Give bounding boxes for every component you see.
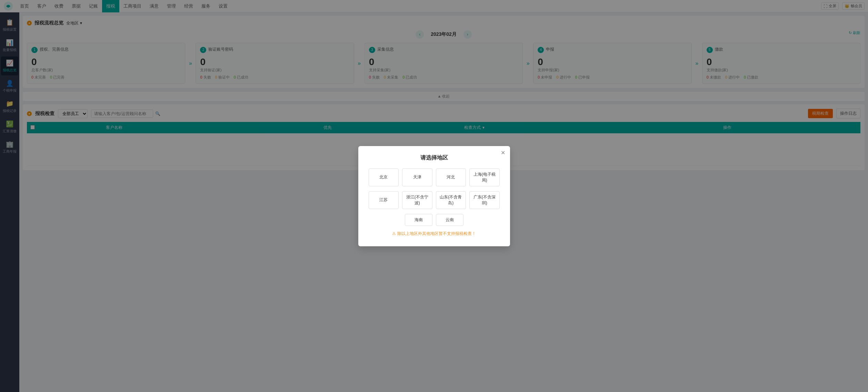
warning-icon: ⚠ [392, 231, 396, 236]
modal-overlay[interactable]: ✕ 请选择地区 北京 天津 河北 上海(电子税局) 江苏 浙江(不含宁波) 山东… [0, 0, 868, 392]
region-btn-guangdong[interactable]: 广东(不含深圳) [469, 191, 500, 209]
region-btn-zhejiang[interactable]: 浙江(不含宁波) [402, 191, 432, 209]
region-btn-yunnan[interactable]: 云南 [436, 214, 463, 226]
region-row3: 海南 云南 [369, 214, 500, 226]
modal-warning: ⚠ 除以上地区外其他地区暂不支持报税检查！ [369, 231, 500, 237]
region-btn-tianjin[interactable]: 天津 [402, 168, 432, 186]
region-grid-row2: 江苏 浙江(不含宁波) 山东(不含青岛) 广东(不含深圳) [369, 191, 500, 209]
region-btn-beijing[interactable]: 北京 [369, 168, 399, 186]
region-btn-hebei[interactable]: 河北 [436, 168, 466, 186]
warning-text: 除以上地区外其他地区暂不支持报税检查！ [397, 231, 476, 237]
region-grid-row1: 北京 天津 河北 上海(电子税局) [369, 168, 500, 186]
region-btn-shandong[interactable]: 山东(不含青岛) [436, 191, 466, 209]
region-btn-hainan[interactable]: 海南 [405, 214, 432, 226]
region-btn-shanghai[interactable]: 上海(电子税局) [469, 168, 500, 186]
modal-close-button[interactable]: ✕ [501, 150, 505, 156]
region-btn-jiangsu[interactable]: 江苏 [369, 191, 399, 209]
modal-title: 请选择地区 [369, 154, 500, 162]
region-select-modal: ✕ 请选择地区 北京 天津 河北 上海(电子税局) 江苏 浙江(不含宁波) 山东… [358, 146, 510, 246]
